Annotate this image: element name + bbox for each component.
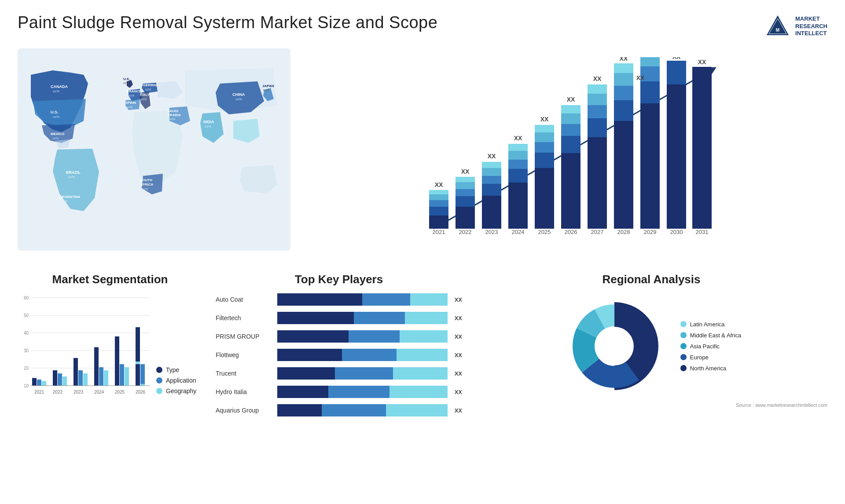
regional-label-na: North America	[690, 365, 726, 372]
world-map-svg: CANADA xx% U.S. xx% MEXICO xx% BRAZIL xx…	[18, 48, 290, 251]
svg-rect-89	[614, 73, 633, 86]
legend-geo-label: Geography	[166, 387, 196, 394]
svg-rect-60	[508, 160, 528, 169]
player-row-prism: PRISM GROUP XX	[216, 330, 462, 343]
regional-section: Regional Analysis	[475, 273, 827, 416]
svg-rect-73	[561, 136, 580, 153]
svg-rect-79	[588, 137, 607, 229]
svg-rect-47	[456, 182, 475, 189]
player-bar	[277, 330, 448, 343]
svg-text:xx%: xx%	[129, 94, 134, 97]
svg-text:SOUTH: SOUTH	[140, 178, 152, 182]
svg-rect-124	[58, 373, 62, 386]
svg-text:xx%: xx%	[169, 117, 175, 121]
svg-rect-125	[62, 376, 67, 386]
svg-rect-40	[429, 194, 448, 200]
svg-text:ARABIA: ARABIA	[167, 113, 181, 117]
regional-legend-la: Latin America	[680, 321, 741, 328]
svg-text:40: 40	[24, 331, 29, 336]
svg-rect-127	[73, 358, 78, 386]
svg-text:2021: 2021	[34, 390, 44, 394]
svg-rect-94	[640, 81, 660, 103]
player-name: PRISM GROUP	[216, 333, 273, 340]
svg-text:2030: 2030	[670, 229, 683, 235]
svg-rect-59	[508, 169, 528, 183]
main-bar-chart-section: XX 2021 XX 2022 XX 2023	[299, 48, 827, 259]
player-bar-seg1	[277, 404, 322, 416]
players-list: Auto Coat XX Filtertech XX	[211, 293, 467, 416]
svg-text:XX: XX	[672, 57, 681, 60]
svg-text:XX: XX	[514, 135, 522, 142]
svg-text:2027: 2027	[591, 229, 604, 235]
player-value: XX	[455, 407, 462, 414]
regional-dot-na	[680, 365, 687, 371]
main-bar-chart-svg: XX 2021 XX 2022 XX 2023	[304, 57, 819, 251]
player-bar-seg1	[277, 330, 349, 343]
regional-content: Latin America Middle East & Africa Asia …	[475, 293, 827, 399]
svg-text:2031: 2031	[696, 229, 709, 235]
svg-rect-121	[42, 381, 46, 386]
player-bar-seg2	[328, 386, 389, 398]
svg-text:xx%: xx%	[53, 137, 59, 140]
svg-text:2024: 2024	[512, 229, 525, 235]
player-bar-seg3	[405, 312, 448, 324]
svg-rect-142	[140, 384, 145, 386]
legend-app-label: Application	[166, 377, 196, 384]
player-bar-seg2	[342, 349, 397, 361]
svg-text:2029: 2029	[644, 229, 657, 235]
svg-text:2024: 2024	[94, 390, 104, 394]
svg-text:XX: XX	[636, 74, 645, 81]
player-value: XX	[455, 296, 462, 303]
player-name: Filtertech	[216, 314, 273, 321]
regional-dot-ap	[680, 343, 687, 349]
svg-text:INDIA: INDIA	[203, 120, 214, 124]
svg-text:XX: XX	[540, 116, 549, 123]
svg-text:SPAIN: SPAIN	[125, 101, 136, 105]
svg-rect-37	[429, 215, 448, 229]
player-bar-seg2	[349, 330, 400, 343]
svg-rect-65	[535, 168, 554, 229]
svg-rect-67	[535, 142, 554, 153]
svg-rect-123	[53, 370, 57, 386]
regional-legend: Latin America Middle East & Africa Asia …	[680, 321, 741, 372]
bottom-section: Market Segmentation 60 50 40 30	[18, 273, 827, 416]
svg-rect-66	[535, 153, 554, 168]
svg-rect-58	[508, 183, 528, 229]
svg-text:XX: XX	[567, 96, 575, 103]
svg-rect-93	[640, 103, 660, 229]
player-bar-seg1	[277, 349, 342, 361]
regional-dot-mea	[680, 332, 687, 338]
legend-geography: Geography	[156, 387, 196, 394]
player-bar-seg2	[322, 404, 386, 416]
key-players-section: Top Key Players Auto Coat XX Filtertech	[211, 273, 467, 416]
source-text: Source : www.marketresearchintellect.com	[475, 402, 827, 408]
seg-chart-svg: 60 50 40 30 20 10 2021	[18, 293, 150, 408]
svg-rect-136	[120, 364, 124, 386]
svg-text:xx%: xx%	[127, 106, 132, 109]
player-row-filtertech: Filtertech XX	[216, 312, 462, 324]
page-header: Paint Sludge Removal Systerm Market Size…	[18, 13, 827, 40]
svg-text:XX: XX	[435, 181, 443, 188]
svg-rect-75	[561, 113, 580, 124]
svg-text:xx%: xx%	[141, 98, 147, 101]
player-bar	[277, 349, 448, 361]
svg-rect-62	[508, 144, 528, 151]
main-bar-chart: XX 2021 XX 2022 XX 2023	[299, 48, 827, 251]
svg-rect-140	[140, 364, 145, 386]
svg-text:BRAZIL: BRAZIL	[66, 170, 81, 175]
svg-rect-86	[614, 121, 633, 229]
svg-text:xx%: xx%	[205, 124, 211, 128]
player-value: XX	[455, 370, 462, 377]
regional-legend-ap: Asia Pacific	[680, 343, 741, 350]
legend-type-label: Type	[166, 366, 179, 373]
main-content: CANADA xx% U.S. xx% MEXICO xx% BRAZIL xx…	[18, 48, 827, 259]
player-row-flottweg: Flottweg XX	[216, 349, 462, 361]
player-value: XX	[455, 352, 462, 358]
regional-legend-eu: Europe	[680, 354, 741, 361]
svg-text:xx%: xx%	[142, 187, 148, 190]
player-bar-seg3	[389, 386, 447, 398]
regional-dot-eu	[680, 354, 687, 360]
svg-text:FRANCE: FRANCE	[127, 89, 142, 93]
svg-rect-72	[561, 153, 580, 229]
regional-legend-na: North America	[680, 365, 741, 372]
